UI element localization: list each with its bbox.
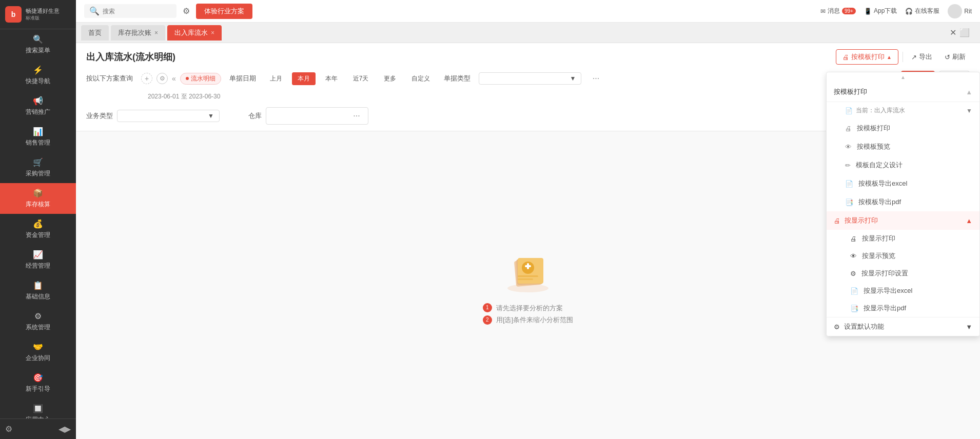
search-input[interactable] — [103, 8, 164, 15]
printer-icon: 🖨 — [842, 53, 849, 61]
message-icon: ✉ — [820, 8, 826, 15]
svg-rect-6 — [527, 263, 529, 269]
sidebar-item-app-center[interactable]: 🔲 应用中心 — [0, 398, 76, 418]
date-btn-this-month[interactable]: 本月 — [292, 72, 316, 85]
export-label: 导出 — [919, 52, 932, 62]
biz-type-chevron-icon: ▼ — [208, 112, 214, 119]
lightning-icon: ⚡ — [33, 65, 43, 75]
warehouse-more-btn[interactable]: ··· — [350, 110, 363, 122]
hint-2-text: 用[选]条件来缩小分析范围 — [496, 314, 573, 326]
sidebar-item-inventory[interactable]: 📦 库存核算 — [0, 183, 76, 214]
date-btn-this-year[interactable]: 本年 — [320, 72, 343, 85]
sidebar-item-label: 库存核算 — [26, 200, 50, 209]
type-more-btn[interactable]: ··· — [590, 72, 602, 85]
header-search-box[interactable]: 🔍 — [84, 4, 177, 18]
cart-icon: 🛒 — [33, 157, 43, 167]
type-select[interactable]: ▼ — [479, 72, 581, 85]
date-controls: 上月 本月 本年 近7天 更多 自定义 — [264, 72, 436, 85]
sidebar-item-enterprise[interactable]: 🤝 企业协同 — [0, 337, 76, 368]
dropdown-item-export-excel[interactable]: 📄 按模板导出excel — [827, 174, 979, 193]
type-select-chevron-icon: ▼ — [570, 75, 576, 82]
tab-batch-label: 库存批次账 — [118, 28, 151, 37]
display-preview-item[interactable]: 👁 按显示预览 — [827, 247, 979, 265]
app-download-btn[interactable]: 📱 App下载 — [864, 7, 897, 15]
user-profile[interactable]: Rit — [948, 4, 972, 18]
dropdown-item-custom[interactable]: ✏ 模板自定义设计 — [827, 156, 979, 174]
tag-item-flow[interactable]: 流水明细 — [180, 73, 221, 85]
logo-icon: b — [5, 6, 22, 23]
print-template-btn[interactable]: 🖨 按模板打印 ▲ — [836, 49, 898, 65]
tab-inventory-flow[interactable]: 出入库流水 × — [167, 25, 222, 41]
warehouse-select[interactable]: ··· — [266, 107, 368, 125]
tab-batch-account[interactable]: 库存批次账 × — [111, 25, 165, 41]
date-btn-custom[interactable]: 自定义 — [406, 72, 436, 85]
tab-bar: 首页 库存批次账 × 出入库流水 × ✕ ⬜ — [76, 23, 980, 43]
tag-label: 流水明细 — [191, 74, 215, 83]
trial-btn[interactable]: 体验行业方案 — [196, 4, 252, 19]
display-export-pdf-item[interactable]: 📑 按显示导出pdf — [827, 300, 979, 317]
message-btn[interactable]: ✉ 消息 99+ — [820, 7, 856, 15]
add-tag-btn[interactable]: + — [141, 73, 152, 84]
biz-type-select[interactable]: ▼ — [117, 110, 220, 122]
message-label: 消息 — [828, 7, 840, 15]
tab-home[interactable]: 首页 — [81, 25, 109, 41]
filter-tags: + ⚙ « 流水明细 — [141, 73, 221, 85]
sidebar-item-marketing[interactable]: 📢 营销推广 — [0, 91, 76, 122]
current-template-label: 📄 当前：出入库流水 ▼ — [827, 102, 979, 119]
sidebar-item-shortcut[interactable]: ⚡ 快捷导航 — [0, 60, 76, 91]
sidebar-item-label: 基础信息 — [26, 292, 50, 301]
online-service-btn[interactable]: 🎧 在线客服 — [905, 7, 939, 15]
sidebar-item-operations[interactable]: 📈 经营管理 — [0, 245, 76, 275]
date-btn-more[interactable]: 更多 — [378, 72, 402, 85]
display-excel-label: 按显示导出excel — [864, 286, 912, 295]
date-field-label: 单据日期 — [229, 74, 256, 83]
display-print-item[interactable]: 🖨 按显示打印 — [827, 230, 979, 247]
header-gear-icon[interactable]: ⚙ — [183, 6, 190, 16]
tag-dot — [186, 77, 189, 80]
sidebar-item-system[interactable]: ⚙ 系统管理 — [0, 306, 76, 337]
collapse-tags-icon[interactable]: « — [172, 74, 176, 83]
dropdown-item-export-pdf[interactable]: 📑 按模板导出pdf — [827, 193, 979, 211]
edit-icon: ✏ — [845, 162, 851, 169]
sidebar-nav: 🔍 搜索菜单 ⚡ 快捷导航 📢 营销推广 📊 销售管理 🛒 采购管理 📦 库存核… — [0, 29, 76, 418]
sidebar-item-label: 资金管理 — [26, 231, 50, 240]
sidebar-item-search[interactable]: 🔍 搜索菜单 — [0, 29, 76, 60]
window-close-btn[interactable]: ✕ — [950, 28, 956, 37]
sidebar-item-guide[interactable]: 🎯 新手引导 — [0, 368, 76, 398]
empty-illustration — [497, 245, 559, 296]
export-btn[interactable]: ↗ 导出 — [907, 50, 936, 64]
display-print-label: 按显示打印 — [862, 234, 895, 243]
refresh-btn[interactable]: ↺ 刷新 — [940, 50, 970, 64]
header-right: ✉ 消息 99+ 📱 App下载 🎧 在线客服 Rit — [820, 4, 972, 18]
collapse-sidebar-icon[interactable]: ◀▶ — [58, 424, 71, 434]
date-btn-last-month[interactable]: 上月 — [264, 72, 288, 85]
date-btn-7days[interactable]: 近7天 — [347, 72, 375, 85]
search-header-icon: 🔍 — [89, 6, 100, 16]
current-chevron-icon: ▼ — [966, 107, 972, 114]
display-preview-label: 按显示预览 — [862, 251, 895, 261]
settings-bottom-icon[interactable]: ⚙ — [5, 424, 12, 434]
tab-batch-close-icon[interactable]: × — [154, 29, 158, 36]
display-export-excel-item[interactable]: 📄 按显示导出excel — [827, 282, 979, 300]
tag-settings-icon[interactable]: ⚙ — [156, 73, 168, 84]
print-template-label: 按模板打印 — [851, 52, 885, 62]
window-maximize-btn[interactable]: ⬜ — [959, 28, 970, 37]
sidebar-item-finance[interactable]: 💰 资金管理 — [0, 214, 76, 245]
dropdown-item-print[interactable]: 🖨 按模板打印 — [827, 119, 979, 137]
dropdown-item-preview[interactable]: 👁 按模板预览 — [827, 137, 979, 156]
display-section-icon: 🖨 — [834, 217, 840, 225]
empty-hint-1: 1 请先选择要分析的方案 — [483, 302, 573, 314]
sidebar-item-sales[interactable]: 📊 销售管理 — [0, 122, 76, 152]
excel-icon: 📄 — [845, 180, 853, 188]
tab-flow-close-icon[interactable]: × — [211, 29, 214, 36]
dropdown-footer[interactable]: ⚙ 设置默认功能 ▼ — [827, 317, 979, 336]
print-dropdown-panel: ▲ 按模板打印 ▲ 📄 当前：出入库流水 ▼ 🖨 按模板打印 👁 按模板预览 ✏… — [826, 72, 980, 336]
dropdown-excel-label: 按模板导出excel — [858, 179, 907, 188]
main-area: 🔍 ⚙ 体验行业方案 ✉ 消息 99+ 📱 App下载 🎧 在线客服 Ri — [76, 0, 980, 439]
display-print-section[interactable]: 🖨 按显示打印 ▲ — [827, 211, 979, 230]
sidebar-item-basic[interactable]: 📋 基础信息 — [0, 275, 76, 306]
sidebar-item-purchase[interactable]: 🛒 采购管理 — [0, 152, 76, 183]
user-avatar — [948, 4, 962, 18]
display-print-settings-item[interactable]: ⚙ 按显示打印设置 — [827, 265, 979, 282]
current-text: 当前：出入库流水 — [856, 106, 905, 115]
